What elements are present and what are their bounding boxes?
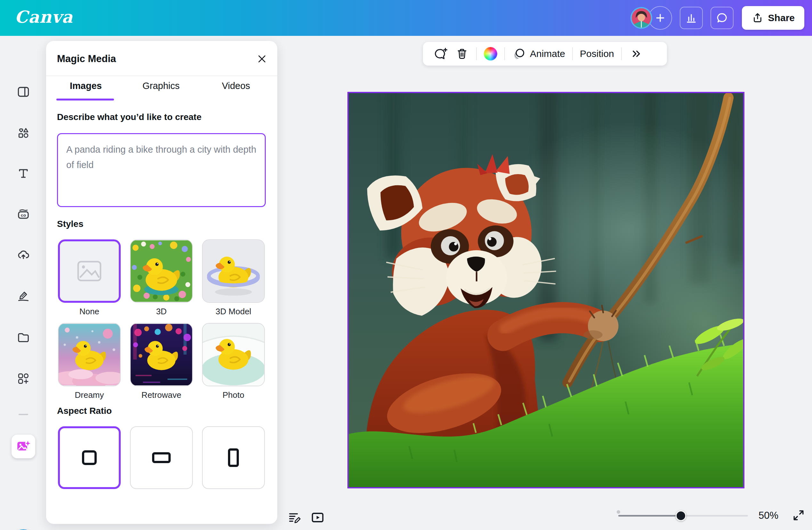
style-label: 3D Model (202, 307, 265, 316)
notes-icon (287, 510, 302, 525)
elements-shapes-icon (16, 126, 30, 140)
style-thumb-photo (202, 323, 265, 386)
close-icon (256, 53, 268, 65)
style-label: None (58, 307, 121, 316)
more-options-button[interactable] (626, 45, 646, 63)
design-icon (16, 85, 30, 99)
sidebar-item-apps[interactable] (14, 370, 32, 387)
sidebar-item-text[interactable] (14, 164, 32, 182)
style-label: Dreamy (58, 390, 121, 400)
sidebar-item-elements[interactable] (14, 124, 32, 142)
chat-bubble-icon (715, 11, 729, 25)
zoom-percent[interactable]: 50% (752, 510, 784, 521)
square-ratio-icon (82, 450, 97, 465)
insights-button[interactable] (680, 7, 703, 29)
comments-button[interactable] (710, 7, 734, 29)
toolbar-separator (621, 47, 622, 60)
zoom-slider-thumb[interactable] (676, 511, 686, 521)
folder-icon (16, 330, 30, 345)
element-toolbar: Animate Position (423, 42, 667, 65)
comment-button[interactable] (431, 45, 452, 63)
panel-title: Magic Media (57, 53, 116, 65)
sidebar-item-draw[interactable] (14, 287, 32, 305)
expand-icon (792, 508, 806, 522)
top-bar: Canva (0, 0, 812, 36)
toolbar-separator (504, 47, 505, 60)
styles-heading: Styles (57, 219, 84, 229)
position-button[interactable]: Position (577, 45, 617, 63)
style-thumb-none (58, 239, 121, 303)
text-icon (16, 166, 30, 180)
position-label: Position (580, 48, 614, 59)
avatar-image (632, 8, 651, 28)
style-thumb-dreamy (58, 323, 121, 386)
active-tab-underline (56, 99, 114, 101)
animate-icon (512, 47, 526, 61)
sidebar-divider (18, 414, 28, 415)
style-label: Retrowave (130, 390, 193, 400)
landscape-ratio-icon (152, 452, 171, 463)
animate-label: Animate (530, 48, 565, 59)
sidebar-item-brand[interactable]: co (14, 205, 32, 223)
zoom-fit-marker[interactable] (617, 510, 620, 514)
notes-button[interactable] (286, 510, 303, 526)
canvas-selected-image[interactable] (347, 92, 744, 488)
apps-grid-icon (16, 371, 30, 386)
share-button[interactable]: Share (742, 6, 804, 30)
plus-icon (654, 12, 667, 24)
zoom-slider-fill (618, 515, 681, 517)
double-chevron-right-icon (629, 47, 643, 61)
style-thumb-3d-model (202, 239, 265, 303)
present-play-icon (310, 510, 325, 525)
magic-media-icon (15, 439, 31, 455)
upload-cloud-icon (16, 248, 30, 262)
magic-media-panel: Magic Media Images Graphics Videos Descr… (46, 41, 277, 524)
style-label: 3D (130, 307, 193, 316)
panel-header-divider (46, 75, 277, 76)
red-panda-artwork (349, 93, 743, 487)
close-panel-button[interactable] (256, 53, 268, 65)
style-card-none[interactable]: None (58, 239, 121, 316)
sidebar-item-design[interactable] (14, 83, 32, 101)
sidebar-item-uploads[interactable] (14, 246, 32, 264)
aspect-option-landscape[interactable] (130, 426, 193, 489)
style-label: Photo (202, 390, 265, 400)
brand-icon: co (16, 207, 30, 221)
color-picker-button[interactable] (481, 45, 501, 63)
share-label: Share (768, 13, 795, 24)
fullscreen-button[interactable] (791, 507, 806, 523)
tab-images[interactable]: Images (57, 80, 115, 95)
style-card-dreamy[interactable]: Dreamy (58, 323, 121, 400)
svg-text:co: co (21, 213, 26, 218)
comment-add-icon (434, 46, 449, 61)
aspect-option-portrait[interactable] (202, 426, 265, 489)
style-card-3d[interactable]: 3D (130, 239, 193, 316)
style-card-3d-model[interactable]: 3D Model (202, 239, 265, 316)
style-thumb-retrowave (130, 323, 193, 386)
prompt-input[interactable] (57, 133, 266, 207)
tab-graphics[interactable]: Graphics (132, 80, 190, 95)
share-upload-icon (752, 12, 764, 24)
aspect-heading: Aspect Ratio (57, 406, 112, 416)
toolbar-separator (476, 47, 477, 60)
topbar-actions: Share (630, 0, 804, 36)
color-wheel-icon (484, 47, 497, 60)
sidebar-item-projects[interactable] (14, 329, 32, 347)
avatar[interactable] (630, 7, 652, 29)
toolbar-separator (572, 47, 573, 60)
animate-button[interactable]: Animate (509, 45, 568, 63)
portrait-ratio-icon (228, 448, 239, 467)
draw-pen-icon (16, 289, 30, 303)
tab-videos[interactable]: Videos (207, 80, 265, 95)
sidebar-item-magic-media[interactable] (12, 435, 35, 458)
delete-button[interactable] (452, 45, 472, 63)
bar-chart-icon (684, 11, 698, 25)
describe-heading: Describe what you’d like to create (57, 112, 201, 122)
present-button[interactable] (309, 510, 326, 526)
style-card-retrowave[interactable]: Retrowave (130, 323, 193, 400)
style-card-photo[interactable]: Photo (202, 323, 265, 400)
aspect-option-square[interactable] (58, 426, 121, 489)
trash-icon (455, 47, 469, 61)
canva-logo[interactable]: Canva (15, 7, 73, 27)
style-thumb-3d (130, 239, 193, 303)
